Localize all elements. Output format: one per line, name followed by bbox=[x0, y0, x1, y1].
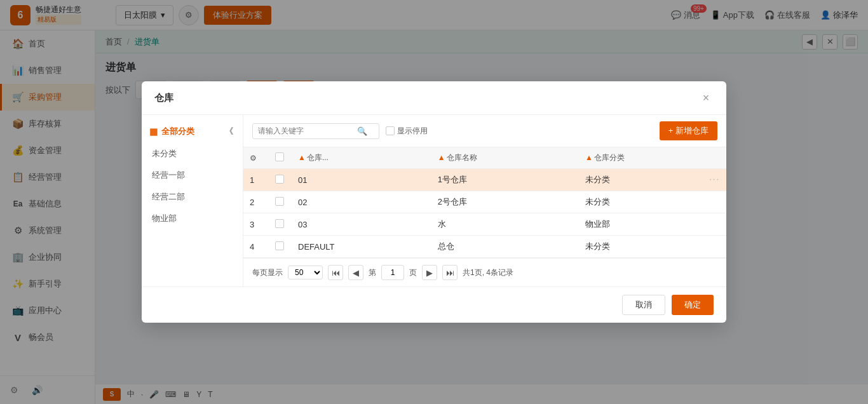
cell-category: 物业部 bbox=[579, 213, 726, 236]
table-row[interactable]: 4 DEFAULT 总仓 未分类 bbox=[243, 236, 726, 258]
cell-name: 水 bbox=[431, 213, 579, 236]
page-number-input[interactable] bbox=[381, 265, 404, 280]
warehouse-table: ⚙ ▲仓库... ▲仓库名称 ▲仓库分类 1 01 1号仓库 未分类··· 2 bbox=[243, 147, 726, 258]
search-input[interactable] bbox=[258, 126, 353, 135]
row-action-dots[interactable]: ··· bbox=[709, 174, 720, 184]
page-next-btn[interactable]: ▶ bbox=[422, 265, 437, 280]
cell-category: 未分类 bbox=[579, 236, 726, 258]
category-all-label: 全部分类 bbox=[161, 126, 194, 137]
page-first-btn[interactable]: ⏮ bbox=[328, 265, 343, 280]
row-checkbox[interactable] bbox=[275, 197, 284, 206]
row-checkbox[interactable] bbox=[275, 219, 284, 228]
cell-checkbox[interactable] bbox=[269, 236, 292, 258]
cell-name: 1号仓库 bbox=[431, 169, 579, 191]
table-row[interactable]: 2 02 2号仓库 未分类 bbox=[243, 191, 726, 213]
page-size-select[interactable]: 50 10 20 100 bbox=[288, 266, 323, 279]
page-prev-btn[interactable]: ◀ bbox=[348, 265, 363, 280]
gear-header-icon: ⚙ bbox=[250, 154, 257, 163]
cell-code: 03 bbox=[292, 213, 431, 236]
cell-index: 3 bbox=[243, 213, 269, 236]
grid-icon: ▦ bbox=[149, 126, 158, 137]
cell-name: 2号仓库 bbox=[431, 191, 579, 213]
page-unit: 页 bbox=[409, 267, 417, 278]
show-disabled-wrap: 显示停用 bbox=[386, 126, 428, 137]
search-icon[interactable]: 🔍 bbox=[357, 126, 367, 136]
th-category: ▲仓库分类 bbox=[579, 147, 726, 169]
th-code: ▲仓库... bbox=[292, 147, 431, 169]
table-header-row: ⚙ ▲仓库... ▲仓库名称 ▲仓库分类 bbox=[243, 147, 726, 169]
cell-checkbox[interactable] bbox=[269, 169, 292, 191]
confirm-button[interactable]: 确定 bbox=[672, 295, 714, 315]
cell-index: 2 bbox=[243, 191, 269, 213]
cell-code: 02 bbox=[292, 191, 431, 213]
th-name: ▲仓库名称 bbox=[431, 147, 579, 169]
data-table: ⚙ ▲仓库... ▲仓库名称 ▲仓库分类 1 01 1号仓库 未分类··· 2 bbox=[243, 147, 726, 258]
row-checkbox[interactable] bbox=[275, 175, 284, 184]
header-checkbox[interactable] bbox=[275, 152, 284, 161]
category-panel: ▦ 全部分类 《 未分类 经营一部 经营二部 物业部 bbox=[142, 115, 243, 286]
page-last-btn[interactable]: ⏭ bbox=[442, 265, 458, 280]
table-row[interactable]: 1 01 1号仓库 未分类··· bbox=[243, 169, 726, 191]
row-checkbox[interactable] bbox=[275, 241, 284, 250]
collapse-icon[interactable]: 《 bbox=[222, 125, 235, 138]
dialog-overlay[interactable]: 仓库 × ▦ 全部分类 《 未分类 经营一部 经营二部 bbox=[0, 0, 868, 404]
new-warehouse-button[interactable]: + 新增仓库 bbox=[660, 121, 717, 140]
dialog-close-button[interactable]: × bbox=[698, 90, 714, 105]
cell-index: 1 bbox=[243, 169, 269, 191]
cell-code: 01 bbox=[292, 169, 431, 191]
table-row[interactable]: 3 03 水 物业部 bbox=[243, 213, 726, 236]
th-checkbox bbox=[269, 147, 292, 169]
cell-checkbox[interactable] bbox=[269, 213, 292, 236]
cell-category: 未分类 bbox=[579, 191, 726, 213]
table-panel: 🔍 显示停用 + 新增仓库 ⚙ bbox=[243, 115, 726, 286]
cell-checkbox[interactable] bbox=[269, 191, 292, 213]
dialog-body: ▦ 全部分类 《 未分类 经营一部 经营二部 物业部 bbox=[142, 115, 726, 286]
category-item-ops2[interactable]: 经营二部 bbox=[142, 186, 243, 208]
page-size-label: 每页显示 bbox=[252, 267, 283, 278]
category-item-unclassified[interactable]: 未分类 bbox=[142, 143, 243, 165]
dialog-title: 仓库 bbox=[154, 92, 173, 104]
category-item-ops1[interactable]: 经营一部 bbox=[142, 165, 243, 186]
category-all-header[interactable]: ▦ 全部分类 《 bbox=[142, 120, 243, 143]
dialog-header: 仓库 × bbox=[142, 81, 726, 115]
cancel-button[interactable]: 取消 bbox=[622, 295, 665, 315]
search-input-wrap: 🔍 bbox=[252, 123, 379, 139]
page-label: 第 bbox=[369, 267, 376, 278]
category-item-property[interactable]: 物业部 bbox=[142, 208, 243, 229]
th-gear: ⚙ bbox=[243, 147, 269, 169]
show-disabled-checkbox[interactable] bbox=[386, 126, 395, 135]
pagination-bar: 每页显示 50 10 20 100 ⏮ ◀ 第 页 ▶ ⏭ 共1页, 4条记录 bbox=[243, 258, 726, 286]
cell-index: 4 bbox=[243, 236, 269, 258]
show-disabled-label: 显示停用 bbox=[397, 126, 428, 137]
dialog-footer: 取消 确定 bbox=[142, 286, 726, 323]
cell-category: 未分类··· bbox=[579, 169, 726, 191]
table-toolbar: 🔍 显示停用 + 新增仓库 bbox=[243, 115, 726, 147]
cell-name: 总仓 bbox=[431, 236, 579, 258]
total-info: 共1页, 4条记录 bbox=[463, 267, 513, 278]
cell-code: DEFAULT bbox=[292, 236, 431, 258]
warehouse-dialog: 仓库 × ▦ 全部分类 《 未分类 经营一部 经营二部 bbox=[142, 81, 726, 323]
